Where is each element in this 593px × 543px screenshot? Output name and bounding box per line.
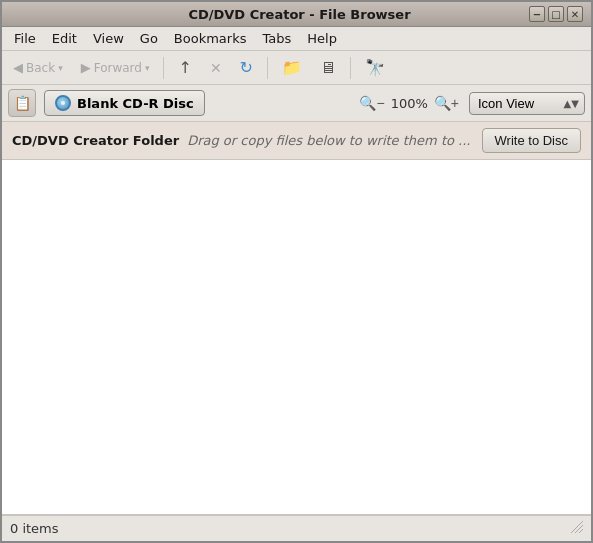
back-group: ◀ Back ▾ <box>6 56 70 79</box>
stop-icon: ✕ <box>210 60 222 76</box>
navigation-toolbar: ◀ Back ▾ ▶ Forward ▾ ↑ ✕ ↻ � <box>2 51 591 85</box>
close-button[interactable]: ✕ <box>567 6 583 22</box>
disc-icon-inner <box>61 101 65 105</box>
svg-line-1 <box>575 525 583 533</box>
search-button[interactable]: 🔭 <box>358 54 392 81</box>
up-button[interactable]: ↑ <box>171 54 198 81</box>
svg-line-2 <box>579 529 583 533</box>
menu-file[interactable]: File <box>6 29 44 48</box>
location-icon-button[interactable]: 📋 <box>8 89 36 117</box>
back-arrow-icon: ◀ <box>13 60 23 75</box>
back-button[interactable]: ◀ Back ▾ <box>6 56 70 79</box>
main-window: CD/DVD Creator - File Browser − □ ✕ File… <box>0 0 593 543</box>
forward-button[interactable]: ▶ Forward ▾ <box>74 56 157 79</box>
back-label: Back <box>26 61 55 75</box>
menu-tabs[interactable]: Tabs <box>254 29 299 48</box>
menu-go[interactable]: Go <box>132 29 166 48</box>
toolbar-separator-2 <box>267 57 268 79</box>
toolbar-separator-1 <box>163 57 164 79</box>
forward-group: ▶ Forward ▾ <box>74 56 157 79</box>
menu-view[interactable]: View <box>85 29 132 48</box>
zoom-section: 🔍− 100% 🔍+ <box>357 93 461 113</box>
title-bar: CD/DVD Creator - File Browser − □ ✕ <box>2 2 591 27</box>
zoom-in-button[interactable]: 🔍+ <box>432 93 461 113</box>
toolbar-separator-3 <box>350 57 351 79</box>
refresh-button[interactable]: ↻ <box>233 54 260 81</box>
window-title: CD/DVD Creator - File Browser <box>70 7 529 22</box>
zoom-percent: 100% <box>391 96 428 111</box>
disc-icon <box>55 95 71 111</box>
refresh-icon: ↻ <box>240 58 253 77</box>
computer-button[interactable]: 🖥 <box>313 54 343 81</box>
address-bar: 📋 Blank CD-R Disc 🔍− 100% 🔍+ Icon View L… <box>2 85 591 122</box>
menu-bookmarks[interactable]: Bookmarks <box>166 29 255 48</box>
view-selector-wrap: Icon View List View Compact View ▲▼ <box>469 92 585 115</box>
zoom-out-button[interactable]: 🔍− <box>357 93 386 113</box>
folder-title: CD/DVD Creator Folder <box>12 133 179 148</box>
menu-help[interactable]: Help <box>299 29 345 48</box>
status-bar: 0 items <box>2 515 591 541</box>
view-selector[interactable]: Icon View List View Compact View <box>469 92 585 115</box>
forward-dropdown-icon: ▾ <box>145 63 150 73</box>
up-icon: ↑ <box>178 58 191 77</box>
folder-hint: Drag or copy files below to write them t… <box>187 133 473 148</box>
resize-handle[interactable] <box>571 521 583 536</box>
stop-button[interactable]: ✕ <box>203 56 229 80</box>
folder-icon: 📁 <box>282 58 302 77</box>
minimize-button[interactable]: − <box>529 6 545 22</box>
resize-icon <box>571 521 583 533</box>
info-bar: CD/DVD Creator Folder Drag or copy files… <box>2 122 591 160</box>
folder-button[interactable]: 📁 <box>275 54 309 81</box>
menu-bar: File Edit View Go Bookmarks Tabs Help <box>2 27 591 51</box>
back-dropdown-icon: ▾ <box>58 63 63 73</box>
write-to-disc-button[interactable]: Write to Disc <box>482 128 581 153</box>
forward-arrow-icon: ▶ <box>81 60 91 75</box>
item-count: 0 items <box>10 521 59 536</box>
computer-icon: 🖥 <box>320 58 336 77</box>
maximize-button[interactable]: □ <box>548 6 564 22</box>
forward-label: Forward <box>94 61 142 75</box>
location-icon: 📋 <box>14 95 31 111</box>
disc-selector-button[interactable]: Blank CD-R Disc <box>44 90 205 116</box>
menu-edit[interactable]: Edit <box>44 29 85 48</box>
file-browser-content <box>2 160 591 515</box>
disc-label: Blank CD-R Disc <box>77 96 194 111</box>
window-controls: − □ ✕ <box>529 6 583 22</box>
search-icon: 🔭 <box>365 58 385 77</box>
